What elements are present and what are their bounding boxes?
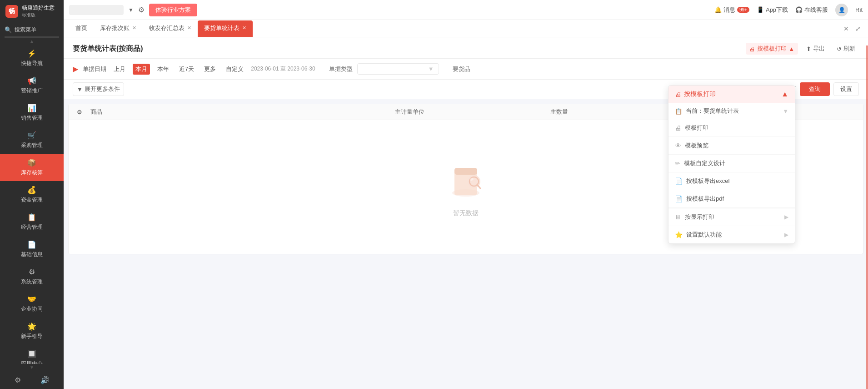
th-unit: 主计量单位 xyxy=(391,108,547,116)
user-name: Rit xyxy=(855,6,863,13)
dropdown-item-template-print[interactable]: 🖨 模板打印 xyxy=(668,119,795,137)
sidebar-item-operations[interactable]: 📋 经营管理 xyxy=(0,208,64,236)
date-btn-7days[interactable]: 近7天 xyxy=(176,64,197,75)
sidebar-item-marketing[interactable]: 📢 营销推广 xyxy=(0,72,64,99)
resize-handle[interactable] xyxy=(866,45,868,389)
settings-bottom-icon[interactable]: ⚙ xyxy=(15,376,21,384)
date-range-display: 2023-06-01 至 2023-06-30 xyxy=(251,65,315,73)
date-btn-this-year[interactable]: 本年 xyxy=(155,64,172,75)
select-arrow-icon: ▼ xyxy=(428,66,434,72)
dropdown-popup-header: 🖨 按模板打印 ▲ xyxy=(668,86,795,103)
sidebar-item-newbie[interactable]: 🌟 新手引导 xyxy=(0,318,64,345)
date-btn-custom[interactable]: 自定义 xyxy=(223,64,246,75)
date-btn-this-month[interactable]: 本月 xyxy=(133,64,150,75)
tab-close-income-summary[interactable]: ✕ xyxy=(187,25,191,31)
print-arrow-up-icon: ▲ xyxy=(788,45,794,52)
finance-icon: 💰 xyxy=(27,186,36,194)
sidebar: 畅 畅康通好生意 标准版 🔍 搜索菜单 ▲ ⚡ 快捷导航 📢 营销推广 📊 销售… xyxy=(0,0,64,389)
query-btn[interactable]: 查询 xyxy=(800,82,830,96)
sidebar-item-purchase[interactable]: 🛒 采购管理 xyxy=(0,126,64,154)
trial-btn[interactable]: 体验行业方案 xyxy=(149,4,197,16)
topbar: ▼ ⚙ 体验行业方案 🔔 消息 99+ 📱 App下载 🎧 在线客服 👤 Rit xyxy=(64,0,868,20)
filter-expand-icon[interactable]: ▶ xyxy=(73,65,78,73)
user-avatar[interactable]: 👤 xyxy=(835,4,848,16)
sidebar-item-finance[interactable]: 💰 资金管理 xyxy=(0,181,64,208)
display-print-icon: 🖥 xyxy=(675,213,681,221)
print-template-btn[interactable]: 🖨 按模板打印 ▲ xyxy=(746,43,798,55)
dropdown-item-template-preview[interactable]: 👁 模板预览 xyxy=(668,137,795,155)
sidebar-item-inventory[interactable]: 📦 库存核算 xyxy=(0,154,64,181)
online-service-btn[interactable]: 🎧 在线客服 xyxy=(795,6,828,14)
dropdown-close-btn[interactable]: ▲ xyxy=(781,90,788,98)
sidebar-item-appstore[interactable]: 🔲 应用中心 xyxy=(0,345,64,364)
printer-icon: 🖨 xyxy=(749,45,755,52)
page-header: 要货单统计表(按商品) 🖨 按模板打印 ▲ ⬆ 导出 ↺ 刷新 xyxy=(64,37,868,59)
app-logo-text: 畅康通好生意 标准版 xyxy=(22,5,55,18)
export-btn[interactable]: ⬆ 导出 xyxy=(803,43,828,55)
sidebar-item-system[interactable]: ⚙ 系统管理 xyxy=(0,263,64,290)
tab-expand-icon[interactable]: ⤢ xyxy=(853,24,863,33)
tab-order-stats[interactable]: 要货单统计表 ✕ xyxy=(198,20,253,37)
empty-text: 暂无数据 xyxy=(453,209,479,217)
export-icon: ⬆ xyxy=(806,45,811,52)
sales-icon: 📊 xyxy=(27,104,36,112)
expand-conditions-btn[interactable]: ▼ 展开更多条件 xyxy=(73,82,124,96)
quick-nav-icon: ⚡ xyxy=(27,49,36,58)
dropdown-item-template-custom[interactable]: ✏ 模板自定义设计 xyxy=(668,155,795,172)
phone-icon: 📱 xyxy=(757,6,764,13)
current-template-icon: 📋 xyxy=(675,108,682,115)
app-download-btn[interactable]: 📱 App下载 xyxy=(757,6,788,14)
speaker-icon[interactable]: 🔊 xyxy=(40,376,50,384)
expand-icon: ▼ xyxy=(77,86,83,93)
messages-btn[interactable]: 🔔 消息 99+ xyxy=(714,6,749,14)
dropdown-item-display-print[interactable]: 🖥 按显示打印 ▶ xyxy=(668,208,795,226)
tab-close-all-icon[interactable]: ✕ xyxy=(842,24,851,33)
dropdown-item-default-func[interactable]: ⭐ 设置默认功能 ▶ xyxy=(668,226,795,243)
app-logo-icon: 畅 xyxy=(5,5,18,18)
tab-home[interactable]: 首页 xyxy=(69,20,94,37)
dropdown-item-export-pdf[interactable]: 📄 按模板导出pdf xyxy=(668,190,795,208)
order-type-select[interactable]: ▼ xyxy=(357,63,439,75)
tab-inventory-batch[interactable]: 库存批次账 ✕ xyxy=(94,20,143,37)
template-preview-icon: 👁 xyxy=(675,142,681,149)
current-template-item[interactable]: 📋 当前：要货单统计表 ▼ xyxy=(668,103,795,119)
display-print-arrow: ▶ xyxy=(784,214,788,220)
topbar-dropdown-arrow[interactable]: ▼ xyxy=(128,7,134,13)
sidebar-scroll-down[interactable]: ▼ xyxy=(0,364,64,371)
search-menu-btn[interactable]: 🔍 搜索菜单 xyxy=(0,23,64,36)
tab-close-inventory-batch[interactable]: ✕ xyxy=(132,25,136,31)
topbar-right: 🔔 消息 99+ 📱 App下载 🎧 在线客服 👤 Rit xyxy=(714,4,863,16)
appstore-icon: 🔲 xyxy=(27,349,36,358)
dropdown-item-export-excel[interactable]: 📄 按模板导出excel xyxy=(668,172,795,190)
headset-icon: 🎧 xyxy=(795,6,803,13)
sidebar-item-cooperation[interactable]: 🤝 企业协同 xyxy=(0,290,64,318)
messages-badge: 99+ xyxy=(737,7,749,13)
newbie-icon: 🌟 xyxy=(27,322,36,331)
dropdown-title: 🖨 按模板打印 xyxy=(675,90,716,98)
refresh-btn[interactable]: ↺ 刷新 xyxy=(833,43,859,55)
tab-income-summary[interactable]: 收发存汇总表 ✕ xyxy=(143,20,198,37)
default-func-arrow: ▶ xyxy=(784,232,788,238)
refresh-icon: ↺ xyxy=(837,45,842,52)
settings-btn[interactable]: 设置 xyxy=(833,82,859,96)
date-btn-last-month[interactable]: 上月 xyxy=(111,64,128,75)
order-type-label: 单据类型 xyxy=(329,65,353,73)
purchase-icon: 🛒 xyxy=(27,131,36,140)
main-content: ▼ ⚙ 体验行业方案 🔔 消息 99+ 📱 App下载 🎧 在线客服 👤 Rit xyxy=(64,0,868,389)
sidebar-item-quick-nav[interactable]: ⚡ 快捷导航 xyxy=(0,45,64,72)
empty-state-illustration xyxy=(443,157,489,202)
inventory-icon: 📦 xyxy=(27,158,36,167)
topbar-search-input[interactable] xyxy=(69,5,124,15)
date-btn-more[interactable]: 更多 xyxy=(201,64,219,75)
topbar-settings-icon[interactable]: ⚙ xyxy=(138,5,145,14)
sidebar-item-basic[interactable]: 📄 基础信息 xyxy=(0,236,64,263)
tab-close-order-stats[interactable]: ✕ xyxy=(242,25,246,31)
th-settings[interactable]: ⚙ xyxy=(73,109,87,116)
sidebar-item-sales[interactable]: 📊 销售管理 xyxy=(0,99,64,126)
sidebar-scroll-up[interactable]: ▲ xyxy=(0,38,64,45)
template-print-icon: 🖨 xyxy=(675,124,681,131)
basic-icon: 📄 xyxy=(27,240,36,249)
printer-popup-icon: 🖨 xyxy=(675,91,681,98)
tabs-right-controls: ✕ ⤢ xyxy=(842,24,863,33)
marketing-icon: 📢 xyxy=(27,76,36,85)
